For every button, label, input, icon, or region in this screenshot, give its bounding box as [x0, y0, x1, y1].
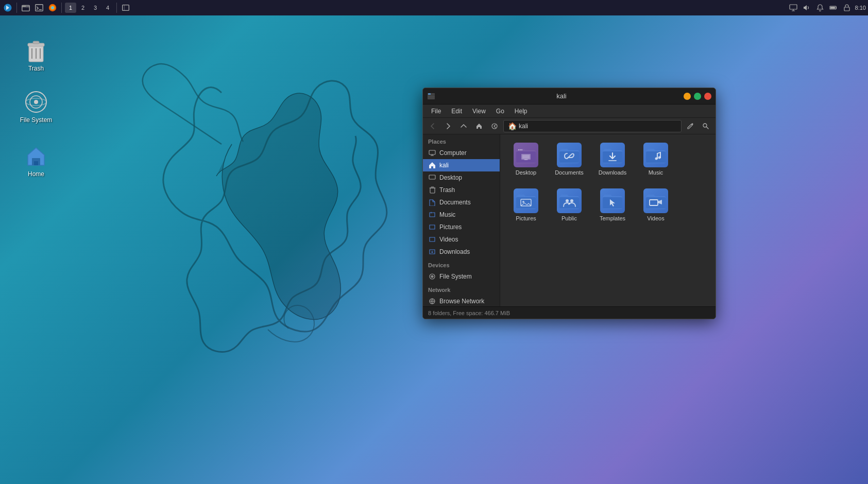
svg-rect-11: [844, 7, 849, 11]
close-button[interactable]: ×: [704, 93, 711, 100]
trash-label: Trash: [28, 65, 44, 72]
search-button[interactable]: [699, 119, 712, 133]
taskbar: 1 2 3 4: [0, 0, 868, 15]
sidebar-item-videos[interactable]: Videos: [423, 233, 500, 246]
computer-icon: [428, 149, 436, 157]
sidebar-item-documents[interactable]: Documents: [423, 196, 500, 209]
folder-music-icon: [643, 143, 668, 167]
file-item-downloads[interactable]: Downloads: [592, 140, 633, 183]
workspace-3[interactable]: 3: [90, 3, 101, 13]
prev-button[interactable]: [488, 119, 501, 133]
taskbar-firefox-icon[interactable]: [47, 2, 58, 13]
sidebar-label-documents: Documents: [439, 199, 471, 206]
file-item-music[interactable]: Music: [635, 140, 676, 183]
sidebar-item-desktop[interactable]: Desktop: [423, 171, 500, 184]
file-item-pictures[interactable]: Pictures: [505, 185, 547, 229]
svg-point-20: [34, 100, 38, 104]
folder-templates-icon: [600, 188, 625, 213]
sidebar-label-music: Music: [439, 211, 455, 218]
svg-point-34: [432, 276, 433, 277]
svg-rect-25: [428, 95, 435, 95]
back-button[interactable]: [426, 119, 439, 133]
svg-rect-54: [646, 197, 666, 209]
menu-file[interactable]: File: [427, 107, 445, 116]
folder-desktop-icon: [514, 143, 538, 167]
file-item-documents[interactable]: Documents: [549, 140, 590, 183]
svg-rect-7: [123, 5, 129, 11]
notification-icon[interactable]: [815, 3, 825, 13]
address-bar[interactable]: 🏠 kali: [503, 120, 682, 132]
file-item-public[interactable]: Public: [549, 185, 590, 229]
svg-rect-3: [36, 5, 43, 11]
separator-3: [116, 3, 117, 13]
folder-public-icon: [557, 188, 582, 213]
edit-location-button[interactable]: [684, 119, 697, 133]
workspace-1[interactable]: 1: [65, 3, 76, 13]
menu-help[interactable]: Help: [510, 107, 532, 116]
file-label-documents: Documents: [555, 169, 584, 176]
documents-sidebar-icon: [428, 198, 436, 206]
svg-point-45: [655, 158, 658, 160]
workspace-4[interactable]: 4: [102, 3, 113, 13]
filesystem-label: File System: [20, 116, 53, 124]
file-item-videos[interactable]: Videos: [635, 185, 676, 229]
taskbar-extra-icon[interactable]: [120, 2, 131, 13]
svg-point-52: [570, 199, 573, 202]
desktop-icon-trash[interactable]: Trash: [15, 36, 57, 74]
sidebar-item-network[interactable]: Browse Network: [423, 295, 500, 306]
svg-point-46: [658, 157, 661, 159]
svg-rect-50: [559, 197, 579, 209]
battery-icon[interactable]: [828, 3, 839, 13]
sidebar-item-pictures[interactable]: Pictures: [423, 221, 500, 233]
forward-button[interactable]: [441, 119, 455, 133]
svg-point-6: [51, 6, 54, 9]
lock-icon[interactable]: [842, 3, 852, 13]
sidebar-item-downloads[interactable]: Downloads: [423, 246, 500, 258]
file-label-downloads: Downloads: [599, 169, 626, 176]
svg-point-39: [518, 149, 519, 150]
separator-2: [61, 3, 62, 13]
trash-sidebar-icon: [428, 186, 436, 194]
svg-rect-44: [646, 151, 666, 163]
file-manager-window: kali − □ × File Edit View Go Help: [422, 88, 716, 319]
sidebar-label-pictures: Pictures: [439, 223, 462, 231]
taskbar-terminal-icon[interactable]: [33, 2, 45, 13]
minimize-button[interactable]: −: [684, 93, 691, 100]
taskbar-file-manager-icon[interactable]: [20, 2, 31, 13]
file-label-templates: Templates: [600, 215, 625, 222]
network-sidebar-icon: [428, 297, 436, 305]
file-item-desktop[interactable]: Desktop: [505, 140, 547, 183]
file-label-desktop: Desktop: [516, 169, 536, 176]
titlebar-app-icon: [427, 92, 435, 100]
kali-menu-icon[interactable]: [2, 2, 13, 13]
display-icon[interactable]: [788, 3, 798, 13]
up-button[interactable]: [457, 119, 470, 133]
svg-rect-14: [33, 41, 39, 44]
home-button[interactable]: [472, 119, 486, 133]
desktop-icon-home[interactable]: Home: [15, 142, 57, 180]
kali-home-icon: [428, 161, 436, 169]
home-label: Home: [28, 170, 44, 178]
menu-edit[interactable]: Edit: [447, 107, 466, 116]
sidebar-label-desktop: Desktop: [439, 174, 462, 181]
home-icon: [24, 144, 48, 168]
toolbar: 🏠 kali: [423, 118, 716, 134]
maximize-button[interactable]: □: [694, 93, 701, 100]
svg-point-40: [520, 149, 521, 150]
menu-go[interactable]: Go: [492, 107, 508, 116]
workspace-2[interactable]: 2: [77, 3, 89, 13]
volume-icon[interactable]: [802, 3, 812, 13]
sidebar-label-network: Browse Network: [439, 298, 484, 305]
file-label-music: Music: [649, 169, 663, 176]
sidebar-item-kali[interactable]: kali: [423, 159, 500, 171]
sidebar-item-filesystem[interactable]: File System: [423, 270, 500, 283]
menu-view[interactable]: View: [468, 107, 490, 116]
desktop-icon-filesystem[interactable]: File System: [15, 88, 57, 126]
sidebar-item-music[interactable]: Music: [423, 209, 500, 221]
folder-downloads-icon: [600, 143, 625, 167]
svg-point-41: [521, 149, 522, 150]
file-item-templates[interactable]: Templates: [592, 185, 633, 229]
sidebar-item-trash[interactable]: Trash: [423, 184, 500, 196]
svg-rect-31: [430, 188, 435, 193]
sidebar-item-computer[interactable]: Computer: [423, 147, 500, 159]
